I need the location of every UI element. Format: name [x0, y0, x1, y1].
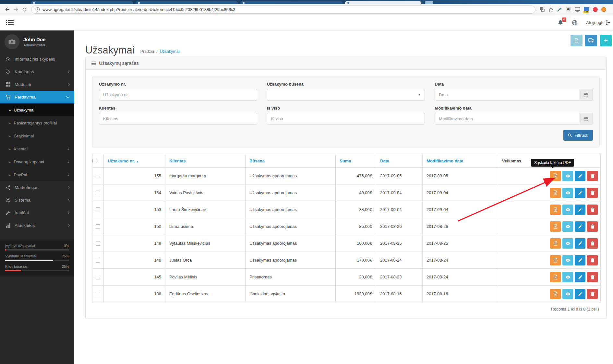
delete-order-button[interactable] — [587, 272, 598, 282]
row-checkbox[interactable] — [96, 174, 100, 178]
edit-order-button[interactable] — [575, 221, 585, 232]
notifications-button[interactable]: 0 — [558, 20, 563, 26]
view-order-button[interactable] — [562, 238, 573, 249]
browser-tab[interactable] — [31, 1, 133, 4]
sidebar-item-system[interactable]: Sistema — [0, 194, 74, 206]
delete-order-button[interactable] — [587, 238, 598, 249]
sidebar-item-gift-vouchers[interactable]: » Dovanų kuponai — [0, 155, 74, 168]
breadcrumb-current[interactable]: Užsakymai — [160, 49, 179, 54]
sidebar-item-orders[interactable]: » Užsakymai — [0, 103, 74, 116]
view-order-button[interactable] — [562, 205, 573, 215]
row-checkbox[interactable] — [96, 241, 100, 246]
browser-tab-active[interactable] — [345, 1, 421, 4]
row-checkbox[interactable] — [96, 224, 100, 229]
forward-button[interactable] — [12, 5, 20, 14]
eyedropper-extension-icon[interactable] — [557, 7, 562, 12]
edit-order-button[interactable] — [575, 171, 585, 181]
invoice-pdf-button[interactable] — [550, 238, 561, 249]
sidebar-item-modules[interactable]: Moduliai — [0, 78, 74, 91]
sidebar-item-sales[interactable]: Pardavimai — [0, 91, 74, 103]
ruler-extension-icon[interactable]: New — [584, 7, 589, 12]
delete-order-button[interactable] — [587, 289, 598, 299]
sort-date[interactable]: Data — [380, 159, 389, 163]
back-button[interactable] — [3, 5, 12, 14]
sidebar-item-recurring-profiles[interactable]: » Pasikartojantys profiliai — [0, 116, 74, 129]
translate-icon[interactable] — [539, 7, 545, 12]
edit-order-button[interactable] — [575, 272, 585, 282]
screen-capture-extension-icon[interactable] — [575, 7, 580, 12]
sidebar-item-paypal[interactable]: » PayPal — [0, 168, 74, 181]
page-info-icon[interactable] — [35, 7, 40, 12]
filter-modified-input[interactable] — [435, 116, 579, 121]
browser-tab[interactable] — [240, 1, 343, 4]
filter-date-input[interactable] — [435, 92, 579, 97]
date-picker-button[interactable] — [579, 89, 593, 100]
filter-button[interactable]: Filtruoti — [563, 130, 593, 141]
filter-customer-input[interactable] — [99, 116, 257, 121]
filter-status-select[interactable]: ▼ — [267, 89, 425, 100]
delete-order-button[interactable] — [587, 221, 598, 232]
pencil-icon — [578, 207, 583, 212]
add-order-button[interactable] — [600, 35, 612, 46]
edit-order-button[interactable] — [575, 238, 585, 249]
sidebar-item-returns[interactable]: » Grąžinimai — [0, 129, 74, 142]
logout-button[interactable]: Atsijungti — [586, 20, 610, 25]
sidebar-toggle-button[interactable] — [6, 19, 14, 26]
refresh-button[interactable] — [20, 5, 29, 14]
row-checkbox[interactable] — [96, 191, 100, 195]
select-all-checkbox[interactable] — [92, 159, 97, 163]
edit-order-button[interactable] — [575, 205, 585, 215]
sort-order-nr[interactable]: Užsakymo nr. — [108, 159, 135, 163]
view-order-button[interactable] — [562, 171, 573, 181]
sidebar-item-customers[interactable]: » Klientai — [0, 142, 74, 155]
sidebar-item-tools[interactable]: Įrankiai — [0, 206, 74, 219]
sort-status[interactable]: Būsena — [249, 159, 265, 163]
invoice-pdf-button[interactable] — [550, 255, 561, 265]
delete-order-button[interactable] — [587, 255, 598, 265]
bookmark-star-icon[interactable] — [548, 7, 554, 12]
edit-order-button[interactable] — [575, 255, 585, 265]
url-bar[interactable]: www.agregatai.lt/siteadmin14/index.php?r… — [31, 6, 535, 14]
cell-order-nr: 154 — [104, 184, 165, 201]
row-checkbox[interactable] — [96, 292, 100, 296]
row-checkbox[interactable] — [96, 207, 100, 212]
view-order-button[interactable] — [562, 188, 573, 198]
sidebar-item-dashboard[interactable]: Informacinis skydelis — [0, 53, 74, 65]
sidebar-item-marketing[interactable]: Marketingas — [0, 181, 74, 194]
row-checkbox[interactable] — [96, 258, 100, 263]
sort-total[interactable]: Suma — [340, 159, 351, 163]
delete-order-button[interactable] — [587, 205, 598, 215]
invoice-pdf-button[interactable] — [550, 171, 561, 181]
edit-order-button[interactable] — [575, 188, 585, 198]
new-tab-button[interactable] — [425, 1, 433, 4]
view-order-button[interactable] — [562, 221, 573, 232]
date-picker-button[interactable] — [579, 113, 593, 124]
sort-modified[interactable]: Modifikavimo data — [427, 159, 463, 163]
ip-extension-icon[interactable]: IP, — [566, 7, 571, 12]
delete-order-button[interactable] — [587, 188, 598, 198]
invoice-pdf-button[interactable] — [550, 221, 561, 232]
invoice-pdf-button[interactable] — [550, 289, 561, 299]
invoice-pdf-button[interactable] — [550, 188, 561, 198]
sidebar-item-reports[interactable]: Ataskaitos — [0, 219, 74, 232]
print-invoice-button[interactable] — [571, 35, 583, 46]
view-order-button[interactable] — [562, 255, 573, 265]
filter-order-nr-input[interactable] — [99, 92, 257, 97]
row-checkbox[interactable] — [96, 275, 100, 279]
filter-total-input[interactable] — [267, 116, 425, 121]
edit-order-button[interactable] — [575, 289, 585, 299]
view-order-button[interactable] — [562, 272, 573, 282]
red-extension-icon[interactable] — [593, 7, 598, 12]
sidebar-item-catalog[interactable]: Katalogas — [0, 65, 74, 78]
invoice-pdf-button[interactable] — [550, 205, 561, 215]
orange-extension-icon[interactable] — [601, 7, 606, 12]
breadcrumb-home[interactable]: Pradžia — [140, 49, 154, 54]
view-order-button[interactable] — [562, 289, 573, 299]
sort-customer[interactable]: Klientas — [169, 159, 186, 163]
browser-tab[interactable] — [136, 1, 238, 4]
delete-order-button[interactable] — [587, 171, 598, 181]
print-shipping-list-button[interactable] — [585, 35, 597, 46]
store-front-button[interactable] — [572, 20, 578, 26]
invoice-pdf-button[interactable] — [550, 272, 561, 282]
angle-double-right-icon: » — [8, 121, 11, 125]
